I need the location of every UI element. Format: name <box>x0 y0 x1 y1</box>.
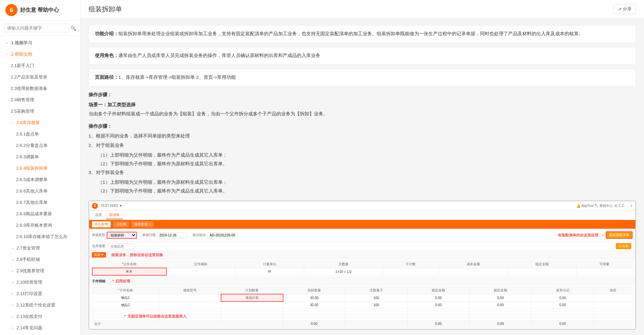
sidebar-item-c262[interactable]: 2.6.2分量盘点单 <box>0 140 80 151</box>
field-input-date[interactable] <box>157 232 187 238</box>
table-row: 米木 件 1×10 ≈ 1.0 <box>92 268 633 275</box>
subform-warehouse-input[interactable] <box>108 243 135 249</box>
step1: 1、根据不同的业务，选择不同单据的类型来处理 <box>89 132 636 140</box>
sidebar-item-c213[interactable]: ＋ 2.13在线支付 <box>0 311 80 322</box>
sidebar-item-c214[interactable]: ＋ 2.14常见问题 <box>0 322 80 334</box>
plus-icon: ＋ <box>11 303 14 308</box>
sidebar-item-c269[interactable]: 2.6.9库存账本查询 <box>0 220 80 231</box>
sidebar-item-label: 2.6.9库存账本查询 <box>16 222 52 228</box>
sidebar-item-c261[interactable]: 2.6.1盘点单 <box>0 128 80 140</box>
cell-ops <box>594 301 632 309</box>
col-parent-name: *父件名称 <box>92 261 166 268</box>
sidebar-item-c263[interactable]: 2.6.3调拨单 <box>0 151 80 163</box>
upper-table: *父件名称 父件规格 计量单位 主数量 子计数 成本金额 核定金额 可用量 <box>92 261 633 276</box>
app-tab-new[interactable]: 新增单 <box>106 211 123 219</box>
footer-app2: 0.00 <box>470 320 532 327</box>
plus-icon: ＋ <box>11 246 14 251</box>
app-btn-save-new[interactable]: 保存并新一 <box>131 221 154 227</box>
field-label-type: 单据类型 <box>92 233 105 237</box>
btn-process[interactable]: 立采发 <box>616 243 631 249</box>
section-toggle-btn[interactable]: 组装▼ <box>92 252 106 258</box>
share-button[interactable]: ↗ 分享 <box>613 4 636 14</box>
cell-qty: 1×10 ≈ 1.0 <box>304 268 383 275</box>
footer-label: 合计 <box>92 320 283 327</box>
sidebar-item-c28[interactable]: ＋ 2.8手机旺铺 <box>0 254 80 265</box>
sidebar-item-label: 2.6.5成本调整单 <box>16 177 48 183</box>
sidebar-item-c210[interactable]: ＋ 2.10经营管理 <box>0 277 80 288</box>
sidebar-item-c212[interactable]: ＋ 2.12系统个性化设置 <box>0 299 80 311</box>
cell-main-sub: 100 <box>345 301 407 309</box>
footer-actual: 0.00 <box>283 320 345 327</box>
sub-form-area: 仓库搜索 立采发 <box>89 242 635 251</box>
field-label-batch: 批次组合 <box>193 233 206 237</box>
table-row <box>92 309 633 311</box>
app-form-area: 单据类型 组装拆卸 单据日期 批次组合 <box>89 229 635 242</box>
lower-table: *子件名称 规格型号 计划数量 实际数量 主数量子 核定金额 核定金额 差异分记… <box>92 287 633 328</box>
sidebar-item-label: 2.帮助文档 <box>11 51 32 57</box>
cell-app1: 0.00 <box>407 301 469 309</box>
sidebar-item-inventory[interactable]: － 2.6库存核算 <box>0 117 80 128</box>
col-plan-qty: 计划数量 <box>221 287 283 294</box>
form-field-type: 单据类型 组装拆卸 <box>92 232 137 239</box>
plus-icon: ＋ <box>11 269 14 274</box>
field-input-type[interactable]: 组装拆卸 <box>107 232 137 239</box>
sidebar-item-c211[interactable]: ＋ 2.11打印设置 <box>0 288 80 299</box>
sidebar-item-c264[interactable]: 2.6.4组装拆卸单 <box>0 163 80 174</box>
app-nav: 自页 新增单 <box>89 211 635 220</box>
cell-diff: 0.00 <box>532 294 594 301</box>
cell-parent-name: 米木 <box>92 268 166 275</box>
plus-icon: ＋ <box>11 257 14 262</box>
nav-section: ＋ 1.视频学习 － 2.帮助文档 2.1新手入门 2.2产品安装及登录 2.3… <box>0 36 80 335</box>
minus-icon: － <box>11 120 14 125</box>
search-input[interactable] <box>4 24 69 32</box>
sidebar-item-c266[interactable]: 2.6.6其他入库单 <box>0 185 80 197</box>
search-button[interactable]: 🔍 <box>70 25 76 31</box>
main-header: 组装拆卸单 ↗ 分享 <box>80 0 644 18</box>
sidebar-item-c267[interactable]: 2.6.7其他出库单 <box>0 197 80 208</box>
sidebar-item-c27[interactable]: ＋ 2.7资金管理 <box>0 242 80 254</box>
app-btn-prev[interactable]: 上位单 <box>113 221 129 227</box>
plus-icon: ＋ <box>11 291 14 296</box>
annotation1-area: 有装配清单的在这里处理 → 选择装配清单 <box>558 231 633 239</box>
cell-spec <box>166 268 235 275</box>
annotation1-text: 有装配清单的在这里处理 <box>558 233 598 238</box>
sidebar-item-install[interactable]: 2.2产品安装及登录 <box>0 71 80 83</box>
form-field-batch: 批次组合 <box>193 232 237 238</box>
sidebar-item-label: 2.6.6其他入库单 <box>16 188 48 194</box>
cell-app2: 0.00 <box>470 301 532 309</box>
sidebar-item-c268[interactable]: 2.6.8商品成本重算 <box>0 208 80 220</box>
sidebar-item-data-prep[interactable]: 2.3使用前数据准备 <box>0 83 80 94</box>
field-input-batch[interactable] <box>207 232 237 238</box>
app-btn-new[interactable]: 本位新增 <box>92 221 111 227</box>
sidebar-item-purchase[interactable]: 2.5采购管理 <box>0 106 80 117</box>
sidebar-item-c215[interactable]: ＋ 2.15操作案例 <box>0 334 80 335</box>
sidebar-item-c29[interactable]: ＋ 2.9优惠券管理 <box>0 265 80 277</box>
sidebar-item-newbie[interactable]: 2.1新手入门 <box>0 60 80 71</box>
step2: 2、对于组装业务 <box>89 142 636 150</box>
sidebar-item-c2610[interactable]: 2.6.10库存账本错了怎么办 <box>0 231 80 242</box>
cell-child-spec <box>159 294 221 301</box>
app-tab-home[interactable]: 自页 <box>92 211 105 219</box>
path-block: 页面路径：1、库存核算->库存管理->组装拆卸单 2、首页->常用功能 <box>89 69 636 87</box>
sidebar-item-label: 2.5采购管理 <box>11 108 34 114</box>
intro-text: 组装拆卸单用来处理企业组装或拆卸等加工业务，支持有固定装配清单的产品加工业务，也… <box>118 31 583 36</box>
ops-section: 操作步骤： 场景一：加工类型选择 当由多个子件材料组装成一个成品的业务为【组装】… <box>89 92 636 195</box>
sidebar-item-video[interactable]: ＋ 1.视频学习 <box>0 37 80 49</box>
btn-select-assembly[interactable]: 选择装配清单 <box>606 231 633 239</box>
cell-available <box>577 268 633 275</box>
col-unit: 计量单位 <box>235 261 304 268</box>
lower-section-bar: 子件明细 ↗ 启用处理 <box>89 277 635 285</box>
cell-child-spec <box>159 301 221 309</box>
table-row <box>92 311 633 313</box>
sidebar-item-docs[interactable]: － 2.帮助文档 <box>0 49 80 60</box>
sidebar-item-label: 2.6.10库存账本错了怎么办 <box>16 234 67 240</box>
cell-plan-qty <box>221 301 283 309</box>
footer-diff: 0.00 <box>532 320 594 327</box>
footer-app1: 0.00 <box>407 320 469 327</box>
sidebar-item-label: 2.6.8商品成本重算 <box>16 211 52 217</box>
sidebar-item-c265[interactable]: 2.6.5成本调整单 <box>0 174 80 185</box>
page-title: 组装拆卸单 <box>89 5 122 14</box>
sidebar-item-label: 2.13在线支付 <box>16 314 42 320</box>
app-icons: 🔔 AppTool 🔧 帮助中心 📧 C.C <box>577 204 625 208</box>
sidebar-item-sales[interactable]: 2.4销售管理 <box>0 94 80 106</box>
